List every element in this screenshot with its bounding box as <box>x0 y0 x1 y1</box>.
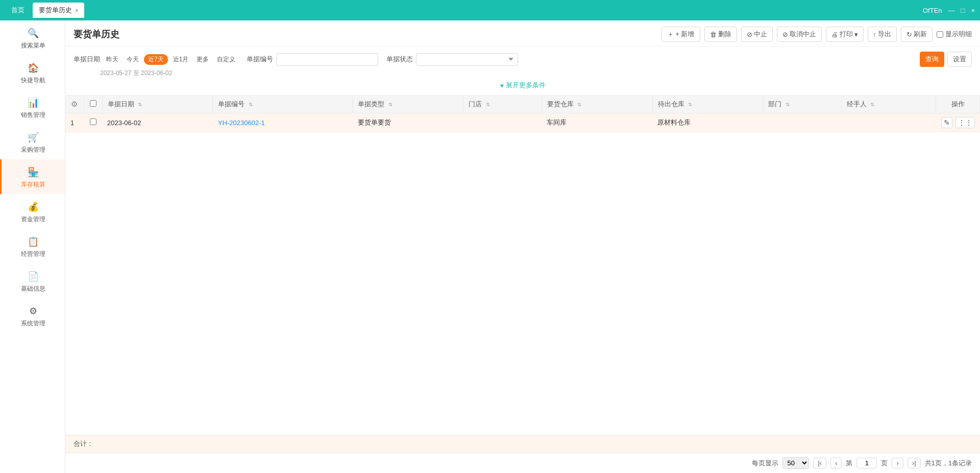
col-order-no-sort-icon[interactable]: ⇅ <box>249 102 253 107</box>
row-req-warehouse: 车间库 <box>542 113 652 132</box>
table-row: 1 2023-06-02 YH-20230602-1 要货单要货 车间库 原材料… <box>65 113 980 132</box>
maximize-icon[interactable]: □ <box>961 7 965 14</box>
data-table: ⚙ 单据日期 ⇅ 单据编号 ⇅ <box>65 96 980 132</box>
status-select[interactable] <box>416 53 518 66</box>
sidebar-item-sys-mgmt-label: 系统管理 <box>21 319 45 328</box>
col-req-warehouse-sort-icon[interactable]: ⇅ <box>577 102 581 107</box>
per-page-select[interactable]: 20 50 100 200 <box>782 457 809 469</box>
page-header: 要货单历史 ＋ + 新增 🗑 删除 ⊘ 中止 ⊘ 取消中止 <box>65 20 980 46</box>
refresh-label: 刷新 <box>914 30 927 39</box>
row-edit-icon[interactable]: ✎ <box>941 117 952 128</box>
date-btn-today[interactable]: 今天 <box>124 54 142 65</box>
delete-label: 删除 <box>718 30 731 39</box>
date-btn-1month[interactable]: 近1月 <box>170 54 192 65</box>
stop-icon: ⊘ <box>747 31 752 38</box>
col-pending-warehouse: 待出仓库 ⇅ <box>652 96 763 113</box>
first-page-btn[interactable]: |‹ <box>813 458 826 468</box>
sidebar-item-ops-mgmt-label: 经营管理 <box>21 250 45 258</box>
purchase-history-tab-label: 要货单历史 <box>39 6 72 15</box>
sidebar: 🔍 搜索菜单 🏠 快捷导航 📊 销售管理 🛒 采购管理 🏪 库存核算 💰 资金管… <box>0 20 65 473</box>
sidebar-item-ops-mgmt[interactable]: 📋 经营管理 <box>0 229 65 264</box>
col-handler-sort-icon[interactable]: ⇅ <box>870 102 874 107</box>
top-bar-right: OfTEn — □ × <box>923 7 975 14</box>
close-window-icon[interactable]: × <box>971 7 975 14</box>
sidebar-item-sales-mgmt[interactable]: 📊 销售管理 <box>0 90 65 125</box>
col-handler: 经手人 ⇅ <box>841 96 936 113</box>
close-tab-icon[interactable]: × <box>75 7 78 13</box>
row-order-no-link[interactable]: YH-20230602-1 <box>218 119 265 127</box>
finance-mgmt-icon: 💰 <box>28 201 39 212</box>
query-button[interactable]: 查询 <box>920 52 944 67</box>
date-btn-more[interactable]: 更多 <box>193 54 212 65</box>
sidebar-item-search-menu[interactable]: 🔍 搜索菜单 <box>0 20 65 55</box>
row-copy-icon[interactable]: ⋮⋮ <box>955 117 975 128</box>
sys-mgmt-icon: ⚙ <box>29 305 37 317</box>
col-store-label: 门店 <box>469 100 482 108</box>
print-label: 打印 <box>840 30 853 39</box>
col-req-warehouse-label: 要货仓库 <box>547 100 574 108</box>
export-button[interactable]: ↑ 导出 <box>868 27 897 42</box>
order-no-input[interactable] <box>276 53 378 66</box>
page-unit-label: 页 <box>881 459 888 468</box>
col-handler-label: 经手人 <box>847 100 867 108</box>
col-pending-warehouse-sort-icon[interactable]: ⇅ <box>688 102 692 107</box>
refresh-icon: ↻ <box>906 31 912 38</box>
cancel-stop-button[interactable]: ⊘ 取消中止 <box>777 27 822 42</box>
date-btn-yesterday[interactable]: 昨天 <box>103 54 121 65</box>
row-order-type: 要货单要货 <box>353 113 463 132</box>
date-range-display: 2023-05-27 至 2023-06-02 <box>74 69 972 78</box>
col-department-sort-icon[interactable]: ⇅ <box>786 102 790 107</box>
new-button[interactable]: ＋ + 新增 <box>662 27 700 42</box>
new-icon: ＋ <box>667 30 674 39</box>
sidebar-item-quick-nav[interactable]: 🏠 快捷导航 <box>0 55 65 90</box>
status-label: 单据状态 <box>386 55 413 64</box>
row-store <box>463 113 542 132</box>
col-department: 部门 ⇅ <box>763 96 841 113</box>
filter-action-btns: 查询 设置 <box>920 52 972 67</box>
col-department-label: 部门 <box>768 100 781 108</box>
col-action: 操作 <box>936 96 980 113</box>
col-date-sort-icon[interactable]: ⇅ <box>138 102 142 107</box>
print-button[interactable]: 🖨 打印 ▾ <box>826 27 864 42</box>
last-page-btn[interactable]: ›| <box>908 458 921 468</box>
expand-more-btn[interactable]: ▾ 展开更多条件 <box>74 81 972 90</box>
date-btn-custom[interactable]: 自定义 <box>214 54 238 65</box>
next-page-btn[interactable]: › <box>892 458 903 468</box>
date-filter-group: 单据日期 昨天 今天 近7天 近1月 更多 自定义 <box>74 54 238 65</box>
filter-row-1: 单据日期 昨天 今天 近7天 近1月 更多 自定义 单据编号 <box>74 52 972 67</box>
filter-area: 单据日期 昨天 今天 近7天 近1月 更多 自定义 单据编号 <box>65 46 980 96</box>
settings-button[interactable]: 设置 <box>947 52 972 67</box>
select-all-checkbox[interactable] <box>90 100 96 107</box>
col-order-type-sort-icon[interactable]: ⇅ <box>388 102 393 107</box>
minimize-icon[interactable]: — <box>948 7 955 14</box>
tab-home[interactable]: 首页 <box>5 3 31 18</box>
display-detail-label: 显示明细 <box>945 30 972 39</box>
basic-info-icon: 📄 <box>28 271 39 282</box>
col-checkbox <box>84 96 102 113</box>
col-pending-warehouse-label: 待出仓库 <box>658 100 684 108</box>
row-checkbox[interactable] <box>90 119 96 125</box>
col-store-sort-icon[interactable]: ⇅ <box>486 102 490 107</box>
row-order-no: YH-20230602-1 <box>213 113 353 132</box>
sidebar-item-basic-info[interactable]: 📄 基础信息 <box>0 264 65 298</box>
tab-purchase-history[interactable]: 要货单历史 × <box>33 3 84 18</box>
display-detail-toggle[interactable]: 显示明细 <box>937 30 972 39</box>
sidebar-item-basic-info-label: 基础信息 <box>21 285 45 293</box>
prev-page-btn[interactable]: ‹ <box>830 458 842 468</box>
date-btn-7days[interactable]: 近7天 <box>144 54 168 65</box>
settings-gear-icon[interactable]: ⚙ <box>71 100 78 108</box>
page-input[interactable] <box>856 458 877 468</box>
refresh-button[interactable]: ↻ 刷新 <box>901 27 933 42</box>
display-detail-checkbox[interactable] <box>937 31 943 38</box>
sidebar-item-sys-mgmt[interactable]: ⚙ 系统管理 <box>0 298 65 333</box>
sidebar-item-search-menu-label: 搜索菜单 <box>21 41 45 50</box>
sidebar-item-inventory-label: 库存核算 <box>21 180 45 189</box>
expand-more-label: 展开更多条件 <box>506 81 546 90</box>
sidebar-item-finance-mgmt[interactable]: 💰 资金管理 <box>0 194 65 229</box>
cancel-stop-icon: ⊘ <box>782 31 788 38</box>
stop-button[interactable]: ⊘ 中止 <box>741 27 773 42</box>
sidebar-item-inventory[interactable]: 🏪 库存核算 <box>0 159 65 194</box>
delete-button[interactable]: 🗑 删除 <box>704 27 737 42</box>
delete-icon: 🗑 <box>710 31 717 38</box>
sidebar-item-purchase-mgmt[interactable]: 🛒 采购管理 <box>0 125 65 159</box>
